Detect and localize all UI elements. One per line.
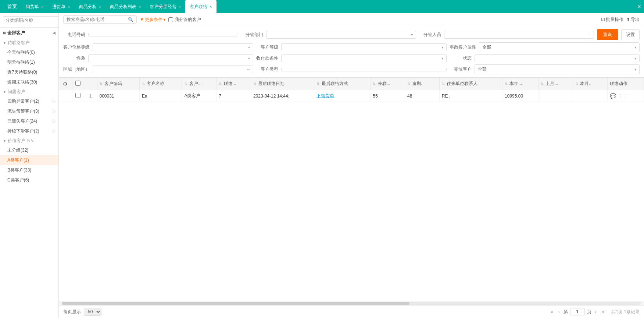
sidebar-collapse-icon[interactable]: ◀ (53, 31, 56, 35)
grade-column-header: ⇅ 客户... (182, 78, 217, 90)
first-page-btn[interactable]: « (549, 308, 555, 315)
nav-purchase[interactable]: 进货单 × (48, 0, 74, 13)
per-page-select[interactable]: 50 (84, 308, 101, 316)
dept-select[interactable]: ▾ (266, 31, 416, 39)
sort-icon[interactable]: ⇅ (505, 82, 508, 86)
close-product-analysis-tab[interactable]: × (99, 4, 101, 9)
row-grade-cell: A类客户 (182, 90, 217, 102)
sidebar-item-repurchase-abnormal[interactable]: 回购异常客户(2) ⓘ (0, 96, 58, 106)
payment-select[interactable]: ▾ (281, 54, 446, 62)
query-button[interactable]: 查询 (597, 29, 618, 40)
more-filters-btn[interactable]: ▼ 更多条件 ▾ (140, 17, 165, 23)
sort-icon[interactable]: ⇅ (541, 82, 544, 86)
nav-sales[interactable]: 销货单 × (21, 0, 48, 13)
customer-type-input[interactable] (281, 68, 446, 71)
sidebar-search-input[interactable] (3, 16, 59, 24)
next-page-btn[interactable]: › (594, 308, 598, 315)
nav-product-analysis-list[interactable]: 商品分析列表 × (105, 0, 145, 13)
row-unit-contact-cell: RE . (439, 90, 502, 102)
sidebar-group-problem[interactable]: ▼ 问题客户 (0, 87, 58, 96)
main-search-icon[interactable]: 🔍 (128, 17, 133, 22)
arrow-icon: ▼ (3, 41, 6, 45)
scroll-thumb[interactable] (62, 302, 409, 305)
nav-customer-contact[interactable]: 客户联络 × (185, 0, 216, 13)
nav-product-analysis[interactable]: 商品分析 × (75, 0, 105, 13)
my-customers-checkbox[interactable]: 我分管的客户 (168, 17, 201, 23)
info-icon: ⓘ (52, 119, 56, 124)
close-customer-contact-tab[interactable]: × (210, 4, 212, 9)
setting-button[interactable]: 设置 (621, 29, 640, 40)
price-grade-select[interactable]: ▾ (93, 43, 253, 51)
my-customers-check[interactable] (168, 17, 173, 22)
retail-attr-select[interactable]: 全部 ▾ (479, 42, 640, 52)
checkbox-column-header (72, 78, 84, 90)
status-label: 状态 (450, 55, 472, 61)
sort-icon[interactable]: ⇅ (407, 82, 410, 86)
nav-home[interactable]: 首页 (3, 0, 21, 13)
arrow-icon: ▼ (3, 90, 6, 94)
last-page-btn[interactable]: » (600, 308, 606, 315)
sort-icon[interactable]: ⇅ (442, 82, 445, 86)
last-method-link[interactable]: 下销货单 (316, 93, 334, 98)
batch-operation-btn[interactable]: ☑ 批量操作 (601, 17, 623, 23)
prev-page-btn[interactable]: ‹ (557, 308, 561, 315)
nav-customer-tier[interactable]: 客户分层经营 × (146, 0, 185, 13)
code-column-header: ⇅ 客户编码 (97, 78, 139, 90)
chevron-down-icon: ▾ (634, 67, 636, 71)
sort-icon[interactable]: ⇅ (184, 82, 187, 86)
sidebar-item-churn-warning[interactable]: 流失预警客户(3) ⓘ (0, 106, 58, 116)
settings-icon[interactable]: ⚙ (63, 81, 68, 87)
page-input[interactable] (570, 308, 585, 315)
export-btn[interactable]: ⬆ 导出 (626, 17, 640, 23)
sidebar-group-value[interactable]: ▼ 价值客户 ↻ ✎ (0, 136, 58, 145)
sidebar-item-b-class[interactable]: B类客户(33) (0, 165, 58, 175)
sidebar-item-tomorrow[interactable]: 明天待联络(1) (0, 57, 58, 67)
status-select[interactable]: ▾ (475, 54, 640, 62)
sidebar-item-a-class[interactable]: A类客户(1) (0, 155, 58, 165)
sidebar-group-pending[interactable]: ▼ 待联络客户 (0, 38, 58, 47)
refresh-icon[interactable]: ↻ (27, 138, 31, 144)
close-all-tabs[interactable]: × (637, 3, 641, 11)
row-contact-cell: 7 (217, 90, 251, 102)
region-input[interactable]: ··· (93, 66, 253, 73)
sort-icon[interactable]: ⇅ (142, 82, 145, 86)
select-all-checkbox[interactable] (75, 81, 80, 86)
sort-icon[interactable]: ⇅ (219, 82, 222, 86)
close-product-list-tab[interactable]: × (139, 4, 141, 9)
more-action-icon[interactable]: ⋮⋮ (618, 93, 629, 99)
sort-icon[interactable]: ⇅ (253, 82, 256, 86)
edit-icon[interactable]: ✎ (31, 138, 34, 144)
sidebar-item-overdue[interactable]: 逾期未联络(30) (0, 77, 58, 87)
sidebar-item-declining[interactable]: 持续下滑客户(2) ⓘ (0, 126, 58, 136)
phone-input[interactable] (88, 33, 238, 36)
message-action-icon[interactable]: 💬 (610, 93, 616, 99)
retail-customer-field: 零散客户 全部 ▾ (450, 64, 640, 74)
row-overdue-cell: 48 (405, 90, 439, 102)
manager-input[interactable]: ··· (444, 31, 594, 39)
retail-customer-select[interactable]: 全部 ▾ (475, 64, 640, 74)
close-sales-tab[interactable]: × (41, 4, 43, 9)
sidebar-item-7days[interactable]: 近7天待联络(0) (0, 67, 58, 77)
sort-icon[interactable]: ⇅ (316, 82, 319, 86)
nature-select[interactable]: ▾ (88, 54, 253, 62)
sidebar-item-churned[interactable]: 已流失客户(24) ⓘ (0, 116, 58, 126)
sidebar-item-today[interactable]: 今天待联络(0) (0, 47, 58, 57)
sort-icon[interactable]: ⇅ (373, 82, 376, 86)
row-checkbox[interactable] (75, 93, 80, 98)
customer-table: ⚙ ⇅ 客户编码 ⇅ 客户名 (59, 78, 644, 102)
sort-icon[interactable]: ⇅ (100, 82, 103, 86)
horizontal-scrollbar (59, 301, 644, 305)
all-customers-header[interactable]: ⊞ 全部客户 ◀ (0, 28, 58, 38)
close-customer-tier-tab[interactable]: × (179, 4, 181, 9)
check-square-icon: ☑ (601, 17, 605, 22)
customer-grade-select[interactable]: ▾ (281, 43, 446, 51)
sidebar-item-no-group[interactable]: 未分组(32) (0, 145, 58, 155)
sidebar: 🔍 ⊞ 全部客户 ◀ ▼ 待联络客户 今天待联络(0) 明天待联络(1) 近7天… (0, 13, 59, 318)
close-purchase-tab[interactable]: × (68, 4, 70, 9)
chevron-down-icon: ▾ (248, 56, 250, 60)
sort-icon[interactable]: ⇅ (575, 82, 578, 86)
main-search-input[interactable] (67, 17, 128, 22)
region-label: 区域（地区） (63, 66, 90, 73)
gear-column-header: ⚙ (59, 78, 72, 90)
sidebar-item-c-class[interactable]: C类客户(6) (0, 175, 58, 185)
